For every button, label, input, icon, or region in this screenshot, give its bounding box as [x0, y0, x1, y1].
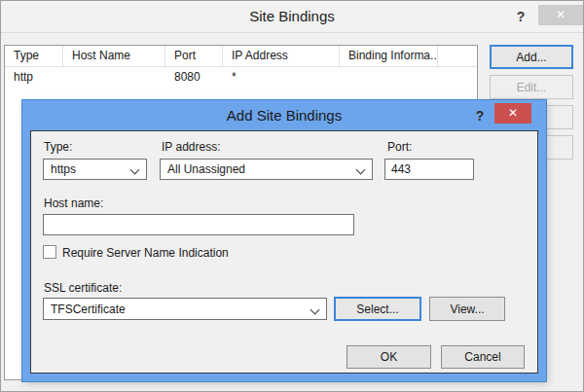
port-input[interactable] [384, 159, 474, 180]
add-site-bindings-dialog: Add Site Bindings ? ✕ Type: IP address: … [22, 100, 546, 381]
cell-ip-address: * [223, 67, 340, 89]
cell-port: 8080 [165, 67, 223, 89]
column-header-host-name[interactable]: Host Name [63, 46, 165, 66]
column-header-binding-information[interactable]: Binding Informa... [340, 46, 438, 66]
require-sni-label: Require Server Name Indication [62, 246, 229, 260]
column-header-ip-address[interactable]: IP Address [223, 46, 340, 66]
ip-address-label: IP address: [162, 140, 220, 154]
type-dropdown-value: https [51, 162, 125, 176]
port-label: Port: [387, 140, 412, 154]
add-site-bindings-title: Add Site Bindings [22, 107, 546, 124]
column-header-type[interactable]: Type [5, 46, 63, 66]
view-button[interactable]: View... [429, 297, 505, 321]
dialog-help-icon[interactable]: ? [470, 106, 490, 125]
ok-button[interactable]: OK [347, 345, 431, 369]
ssl-certificate-dropdown-value: TFSCertificate [51, 303, 305, 316]
cell-binding-information [340, 67, 438, 89]
cell-filler [438, 67, 477, 89]
type-dropdown[interactable]: https [43, 159, 147, 180]
host-name-label: Host name: [44, 196, 103, 210]
require-sni-checkbox[interactable] [43, 245, 56, 259]
column-header-port[interactable]: Port [165, 46, 223, 66]
host-name-input[interactable] [43, 214, 354, 235]
add-button[interactable]: Add... [490, 45, 573, 69]
site-bindings-dialog: Site Bindings ? ✕ Type Host Name Port IP… [0, 0, 584, 392]
cancel-button[interactable]: Cancel [441, 345, 525, 369]
ssl-certificate-label: SSL certificate: [44, 281, 122, 295]
chevron-down-icon [130, 165, 140, 175]
help-icon[interactable]: ? [511, 7, 530, 26]
dialog-close-icon[interactable]: ✕ [494, 103, 531, 124]
ip-address-dropdown-value: All Unassigned [167, 162, 350, 176]
table-row[interactable]: http 8080 * [5, 67, 477, 89]
cell-host-name [63, 67, 165, 89]
column-header-filler [438, 46, 477, 66]
ssl-certificate-dropdown[interactable]: TFSCertificate [43, 298, 327, 320]
site-bindings-titlebar: Site Bindings ? ✕ [1, 1, 583, 33]
edit-button[interactable]: Edit... [490, 75, 573, 99]
site-bindings-title: Site Bindings [1, 8, 583, 24]
add-site-bindings-content: Type: IP address: Port: https All Unassi… [30, 130, 538, 374]
ip-address-dropdown[interactable]: All Unassigned [160, 159, 373, 180]
select-button[interactable]: Select... [334, 297, 421, 321]
chevron-down-icon [310, 305, 320, 315]
type-label: Type: [44, 140, 72, 154]
bindings-table-header: Type Host Name Port IP Address Binding I… [5, 46, 477, 67]
cell-type: http [5, 67, 63, 89]
chevron-down-icon [356, 165, 366, 175]
close-icon[interactable]: ✕ [538, 5, 583, 25]
